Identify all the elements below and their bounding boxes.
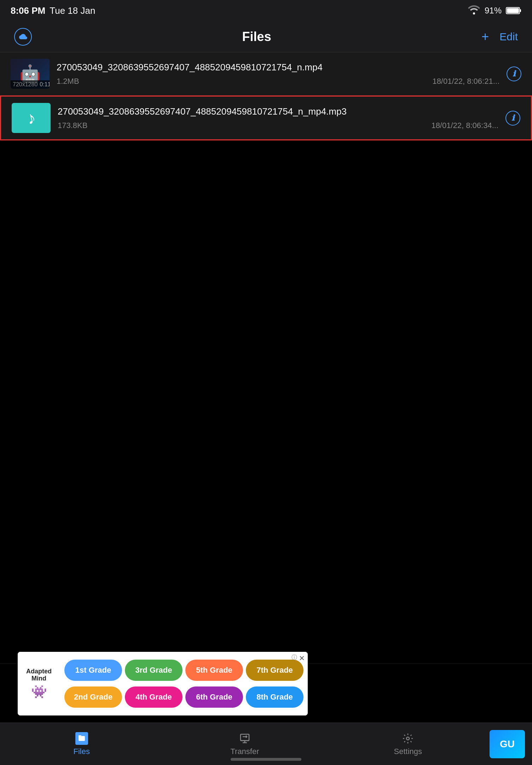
- brand-letters: GU: [500, 738, 515, 750]
- file-thumbnail-audio: ♪: [12, 103, 51, 133]
- ad-brand-name: Adapted Mind: [21, 668, 57, 682]
- battery-text: 91%: [485, 6, 502, 16]
- grade-4-button[interactable]: 4th Grade: [125, 686, 183, 708]
- file-meta-row-video: 1.2MB 18/01/22, 8:06:21...: [57, 77, 499, 86]
- video-resolution: 720x1280: [13, 81, 37, 88]
- file-thumbnail-video: 🤖 720x1280 0:11: [11, 59, 50, 89]
- grade-6-button[interactable]: 6th Grade: [185, 686, 243, 708]
- wifi-icon: [468, 5, 480, 17]
- status-time: 8:06 PM: [11, 5, 45, 16]
- status-date: Tue 18 Jan: [50, 5, 95, 16]
- ad-monster-icon: 👾: [31, 684, 47, 699]
- svg-rect-4: [79, 735, 81, 737]
- ad-brand: Adapted Mind 👾: [18, 652, 60, 715]
- tab-transfer[interactable]: Transfer: [163, 728, 326, 760]
- file-name-video: 270053049_3208639552697407_4885209459810…: [57, 62, 499, 74]
- grade-3-button[interactable]: 3rd Grade: [125, 660, 183, 681]
- grade-8-button[interactable]: 8th Grade: [246, 686, 303, 708]
- svg-rect-5: [241, 734, 249, 741]
- files-tab-label: Files: [73, 747, 89, 756]
- tab-settings[interactable]: Settings: [326, 728, 490, 760]
- grade-5-button[interactable]: 5th Grade: [185, 660, 243, 681]
- edit-button[interactable]: Edit: [499, 31, 518, 43]
- nav-cloud-icon[interactable]: [14, 28, 32, 46]
- file-date-audio: 18/01/22, 8:06:34...: [431, 121, 498, 130]
- svg-point-10: [406, 737, 409, 740]
- file-info-audio: 270053049_3208639552697407_4885209459810…: [58, 106, 498, 131]
- status-bar: 8:06 PM Tue 18 Jan 91%: [0, 0, 532, 21]
- file-name-audio: 270053049_3208639552697407_4885209459810…: [58, 106, 498, 118]
- file-item-video[interactable]: 🤖 720x1280 0:11 270053049_32086395526974…: [0, 52, 532, 95]
- file-meta-row-audio: 173.8KB 18/01/22, 8:06:34...: [58, 121, 498, 130]
- svg-rect-1: [520, 9, 521, 12]
- settings-tab-label: Settings: [394, 747, 422, 756]
- brand-logo: GU: [490, 730, 525, 758]
- transfer-tab-icon: [238, 732, 251, 745]
- file-info-video: 270053049_3208639552697407_4885209459810…: [57, 62, 499, 86]
- empty-content-area: [0, 140, 532, 664]
- ad-banner[interactable]: ⓘ ✕ Adapted Mind 👾 1st Grade 3rd Grade 5…: [18, 652, 308, 715]
- file-info-button-audio[interactable]: ℹ: [505, 111, 520, 126]
- audio-preview: ♪: [12, 103, 51, 133]
- nav-bar: Files + Edit: [0, 21, 532, 52]
- home-indicator: [231, 758, 301, 761]
- file-size-audio: 173.8KB: [58, 121, 87, 130]
- settings-tab-icon: [401, 732, 414, 745]
- video-duration: 0:11: [40, 81, 50, 88]
- nav-actions: + Edit: [481, 29, 518, 44]
- file-info-button-video[interactable]: ℹ: [507, 66, 521, 81]
- tab-files[interactable]: Files: [0, 728, 163, 760]
- add-button[interactable]: +: [481, 29, 489, 44]
- page-title: Files: [242, 29, 271, 44]
- svg-rect-3: [79, 736, 85, 741]
- video-meta: 720x1280 0:11: [11, 80, 50, 89]
- grade-7-button[interactable]: 7th Grade: [246, 660, 303, 681]
- battery-icon: [506, 6, 521, 15]
- grade-1-button[interactable]: 1st Grade: [64, 660, 122, 681]
- file-date-video: 18/01/22, 8:06:21...: [432, 77, 499, 86]
- svg-rect-2: [507, 8, 519, 13]
- file-item-audio[interactable]: ♪ 270053049_3208639552697407_48852094598…: [0, 95, 532, 140]
- files-tab-icon: [75, 732, 88, 745]
- file-size-video: 1.2MB: [57, 77, 79, 86]
- grade-2-button[interactable]: 2nd Grade: [64, 686, 122, 708]
- status-right: 91%: [468, 5, 521, 17]
- status-left: 8:06 PM Tue 18 Jan: [11, 5, 95, 16]
- ad-info-icon[interactable]: ⓘ: [291, 654, 297, 661]
- ad-grades-grid: 1st Grade 3rd Grade 5th Grade 7th Grade …: [60, 652, 308, 715]
- ad-close-button[interactable]: ✕: [299, 654, 305, 662]
- music-note-icon: ♪: [24, 108, 37, 128]
- transfer-tab-label: Transfer: [230, 747, 259, 756]
